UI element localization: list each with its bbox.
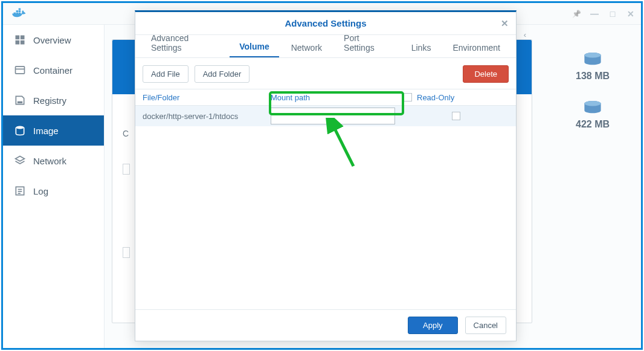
- svg-point-21: [584, 101, 601, 106]
- sidebar-item-overview[interactable]: Overview: [3, 25, 104, 55]
- header-read-only: Read-Only: [404, 93, 454, 102]
- header-file-folder: File/Folder: [143, 93, 271, 102]
- tab-links[interactable]: Links: [402, 37, 441, 57]
- svg-point-13: [16, 126, 24, 129]
- disk-size: 422 MB: [576, 119, 610, 130]
- network-icon: [14, 155, 26, 167]
- svg-rect-10: [16, 66, 25, 74]
- add-file-button[interactable]: Add File: [143, 65, 188, 83]
- tab-environment[interactable]: Environment: [443, 37, 510, 57]
- sidebar-item-container[interactable]: Container: [3, 55, 104, 85]
- header-read-only-label: Read-Only: [417, 93, 454, 102]
- sidebar: Overview Container Registry Image Networ…: [3, 25, 105, 348]
- cancel-button[interactable]: Cancel: [465, 317, 506, 334]
- svg-rect-6: [16, 36, 20, 40]
- disk-icon: [582, 51, 603, 67]
- modal-title-text: Advanced Settings: [285, 18, 366, 28]
- maximize-button[interactable]: [607, 8, 618, 19]
- bg-field-fragment: [123, 247, 130, 258]
- mount-path-input[interactable]: [271, 108, 395, 124]
- modal-toolbar: Add File Add Folder Delete: [135, 58, 516, 89]
- svg-rect-7: [21, 36, 25, 40]
- modal-title: Advanced Settings: [135, 12, 516, 35]
- bg-letter: C: [123, 129, 129, 138]
- registry-icon: [14, 94, 26, 106]
- disk-icon: [582, 100, 603, 115]
- container-icon: [14, 64, 26, 76]
- svg-point-19: [584, 53, 601, 58]
- disk-card: 422 MB: [576, 100, 610, 130]
- sidebar-item-network[interactable]: Network: [3, 146, 104, 176]
- add-folder-button[interactable]: Add Folder: [195, 65, 250, 83]
- svg-rect-12: [18, 101, 22, 103]
- image-icon: [14, 124, 26, 137]
- right-column: 138 MB 422 MB: [550, 51, 635, 130]
- svg-rect-4: [19, 10, 21, 12]
- readonly-header-checkbox[interactable]: [404, 93, 412, 101]
- pin-icon[interactable]: [571, 8, 582, 19]
- overview-icon: [14, 34, 26, 46]
- sidebar-item-image[interactable]: Image: [3, 115, 104, 146]
- sidebar-item-label: Log: [33, 186, 48, 196]
- svg-rect-8: [16, 40, 20, 45]
- apply-button[interactable]: Apply: [408, 317, 458, 334]
- log-icon: [14, 185, 26, 197]
- sidebar-item-label: Registry: [33, 95, 66, 106]
- header-mount-path: Mount path: [271, 93, 404, 102]
- sidebar-item-registry[interactable]: Registry: [3, 85, 104, 115]
- advanced-settings-modal: Advanced Settings Advanced Settings Volu…: [135, 10, 517, 341]
- sidebar-item-log[interactable]: Log: [3, 176, 104, 206]
- sidebar-item-label: Overview: [33, 35, 71, 45]
- svg-rect-3: [16, 10, 18, 12]
- tab-network[interactable]: Network: [282, 37, 332, 57]
- modal-tabs: Advanced Settings Volume Network Port Se…: [135, 35, 516, 58]
- close-icon[interactable]: [501, 18, 509, 29]
- disk-size: 138 MB: [576, 71, 610, 82]
- cell-file-folder: docker/http-server-1/htdocs: [143, 112, 271, 121]
- table-row[interactable]: docker/http-server-1/htdocs: [135, 106, 516, 126]
- disk-card: 138 MB: [576, 51, 610, 82]
- docker-logo-icon: [11, 7, 28, 21]
- tab-volume[interactable]: Volume: [230, 36, 279, 57]
- bg-field-fragment: [123, 164, 130, 175]
- sidebar-item-label: Image: [33, 126, 59, 136]
- svg-rect-5: [19, 8, 21, 10]
- sidebar-item-label: Network: [33, 156, 66, 166]
- modal-footer: Apply Cancel: [135, 309, 516, 341]
- readonly-checkbox[interactable]: [452, 112, 460, 120]
- close-button[interactable]: [625, 8, 636, 19]
- sidebar-item-label: Container: [33, 65, 72, 76]
- window-buttons: [571, 8, 636, 19]
- table-header: File/Folder Mount path Read-Only: [135, 89, 516, 106]
- minimize-button[interactable]: [589, 8, 600, 19]
- back-chevron-icon[interactable]: ‹: [524, 30, 526, 39]
- delete-button[interactable]: Delete: [463, 65, 509, 83]
- svg-rect-9: [21, 40, 25, 45]
